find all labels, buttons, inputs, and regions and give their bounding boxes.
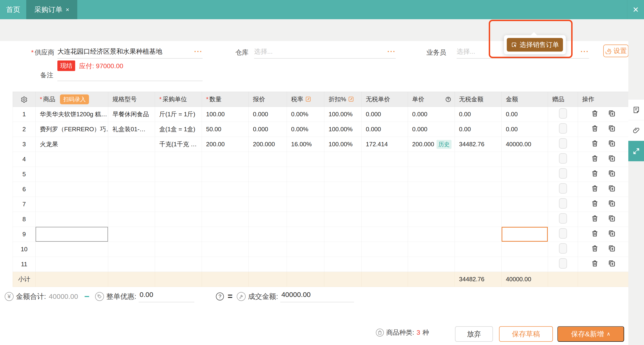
copy-row-icon[interactable] xyxy=(608,214,616,224)
gift-checkbox[interactable] xyxy=(559,138,567,149)
cell-product[interactable] xyxy=(36,242,108,257)
cell-product[interactable]: 费列罗（FERRERO）巧… xyxy=(36,122,108,137)
cell-tax-rate[interactable] xyxy=(287,242,324,257)
cell-discount[interactable] xyxy=(324,197,362,212)
cell-discount[interactable] xyxy=(324,167,362,182)
cell-untaxed-amount[interactable] xyxy=(455,167,502,182)
warehouse-picker-ellipsis-icon[interactable]: ··· xyxy=(387,48,396,56)
cell-unit[interactable] xyxy=(155,167,202,182)
cell-tax-rate[interactable] xyxy=(287,197,324,212)
gift-checkbox[interactable] xyxy=(559,198,567,209)
cell-quote[interactable]: 200.000 xyxy=(249,137,287,152)
cell-price[interactable] xyxy=(408,257,455,272)
tab-close-icon[interactable]: × xyxy=(66,6,69,13)
cell-untaxed-amount[interactable] xyxy=(455,197,502,212)
cell-untaxed-price[interactable] xyxy=(362,182,408,197)
cell-untaxed-price[interactable]: 0.000 xyxy=(362,122,408,137)
cell-qty[interactable]: 200.00 xyxy=(202,137,249,152)
tab-home[interactable]: 首页 xyxy=(0,0,26,19)
cell-tax-rate[interactable]: 0.00% xyxy=(287,107,324,122)
cell-amount[interactable] xyxy=(502,182,548,197)
cell-unit[interactable]: 斤(1斤 = 1斤) xyxy=(155,107,202,122)
cell-untaxed-amount[interactable] xyxy=(455,242,502,257)
cell-price[interactable] xyxy=(408,242,455,257)
history-badge[interactable]: 历史 xyxy=(436,140,452,149)
gift-checkbox[interactable] xyxy=(559,168,567,179)
cell-spec[interactable] xyxy=(108,137,155,152)
cell-price[interactable] xyxy=(408,182,455,197)
cell-amount[interactable] xyxy=(502,257,548,272)
warehouse-input[interactable]: 选择... ··· xyxy=(254,45,396,59)
remark-input[interactable] xyxy=(57,69,202,81)
cell-untaxed-amount[interactable] xyxy=(455,152,502,167)
cell-untaxed-amount[interactable] xyxy=(455,182,502,197)
delete-row-icon[interactable] xyxy=(591,154,599,164)
cell-untaxed-amount[interactable] xyxy=(455,257,502,272)
cell-spec[interactable]: 礼盒装01-… xyxy=(108,122,155,137)
cell-price[interactable] xyxy=(408,212,455,227)
cell-quote[interactable] xyxy=(249,227,287,242)
cell-tax-rate[interactable] xyxy=(287,212,324,227)
cell-tax-rate[interactable]: 0.00% xyxy=(287,122,324,137)
cell-product[interactable] xyxy=(36,152,108,167)
cell-untaxed-price[interactable] xyxy=(362,197,408,212)
gift-checkbox[interactable] xyxy=(559,228,567,239)
cell-amount[interactable] xyxy=(502,197,548,212)
cell-price[interactable]: 0.000 xyxy=(408,107,455,122)
cell-discount[interactable] xyxy=(324,257,362,272)
tab-purchase-order[interactable]: 采购订单 × xyxy=(26,0,77,19)
cell-qty[interactable] xyxy=(202,182,249,197)
cell-discount[interactable] xyxy=(324,242,362,257)
delete-row-icon[interactable] xyxy=(591,139,599,149)
cell-untaxed-price[interactable] xyxy=(362,242,408,257)
delete-row-icon[interactable] xyxy=(591,199,599,209)
cell-quote[interactable] xyxy=(249,167,287,182)
cell-unit[interactable] xyxy=(155,212,202,227)
cell-qty[interactable] xyxy=(202,152,249,167)
select-sales-order-button[interactable]: 选择销售订单 xyxy=(507,38,563,52)
delete-row-icon[interactable] xyxy=(591,229,599,239)
cell-tax-rate[interactable]: 16.00% xyxy=(287,137,324,152)
cell-spec[interactable] xyxy=(108,197,155,212)
gift-checkbox[interactable] xyxy=(559,108,567,119)
cell-untaxed-amount[interactable]: 0.00 xyxy=(455,107,502,122)
cell-qty[interactable] xyxy=(202,257,249,272)
cell-spec[interactable] xyxy=(108,182,155,197)
cell-quote[interactable] xyxy=(249,182,287,197)
window-close-icon[interactable]: × xyxy=(627,0,644,19)
save-draft-button[interactable]: 保存草稿 xyxy=(499,326,553,342)
copy-row-icon[interactable] xyxy=(608,139,616,149)
cell-tax-rate[interactable] xyxy=(287,167,324,182)
cell-qty[interactable] xyxy=(202,167,249,182)
cell-spec[interactable] xyxy=(108,152,155,167)
cell-qty[interactable] xyxy=(202,242,249,257)
cell-discount[interactable] xyxy=(324,182,362,197)
copy-row-icon[interactable] xyxy=(608,259,616,269)
cell-product[interactable] xyxy=(36,257,108,272)
scan-entry-button[interactable]: 扫码录入 xyxy=(60,95,89,104)
cell-unit[interactable]: 千克(1千克 … xyxy=(155,137,202,152)
cell-untaxed-price[interactable] xyxy=(362,212,408,227)
cell-unit[interactable] xyxy=(155,197,202,212)
cell-quote[interactable] xyxy=(249,257,287,272)
column-settings-button[interactable] xyxy=(13,92,36,107)
cell-tax-rate[interactable] xyxy=(287,152,324,167)
cell-quote[interactable] xyxy=(249,197,287,212)
cell-untaxed-amount[interactable] xyxy=(455,227,502,242)
cell-unit[interactable]: 盒(1盒 = 1盒) xyxy=(155,122,202,137)
delete-row-icon[interactable] xyxy=(591,214,599,224)
copy-row-icon[interactable] xyxy=(608,199,616,209)
copy-row-icon[interactable] xyxy=(608,169,616,179)
delete-row-icon[interactable] xyxy=(591,124,599,134)
cell-untaxed-price[interactable] xyxy=(362,227,408,242)
cell-discount[interactable]: 100.00% xyxy=(324,122,362,137)
copy-row-icon[interactable] xyxy=(608,154,616,164)
cell-price[interactable]: 200.000历史 xyxy=(408,137,455,152)
cell-untaxed-amount[interactable] xyxy=(455,212,502,227)
cell-discount[interactable]: 100.00% xyxy=(324,137,362,152)
cell-product[interactable]: 华美华夫软饼1200g 糕… xyxy=(36,107,108,122)
cell-unit[interactable] xyxy=(155,152,202,167)
settings-button[interactable]: 设置 xyxy=(603,45,628,57)
cell-spec[interactable] xyxy=(108,242,155,257)
cell-unit[interactable] xyxy=(155,182,202,197)
